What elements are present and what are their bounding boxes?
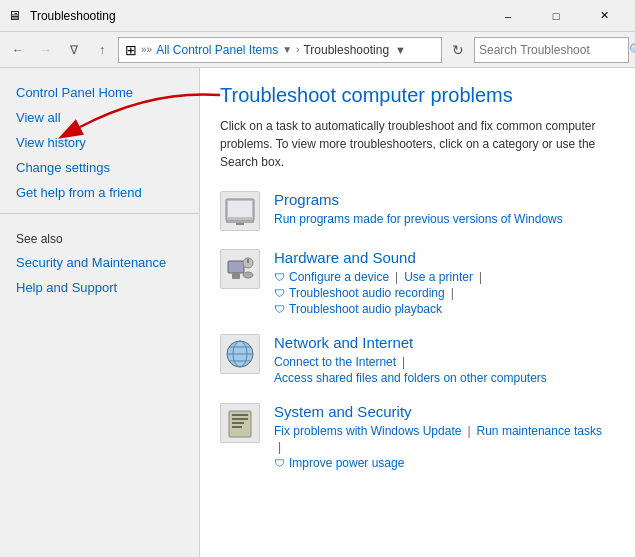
shield-icon-2: 🛡 (274, 287, 285, 299)
system-link-maintenance[interactable]: Run maintenance tasks (477, 424, 602, 438)
search-input[interactable] (479, 43, 629, 57)
breadcrumb-current: Troubleshooting (303, 43, 389, 57)
up-button[interactable]: ↑ (90, 38, 114, 62)
svg-rect-3 (236, 223, 244, 225)
category-network: Network and Internet Connect to the Inte… (220, 334, 615, 385)
shield-icon-3: 🛡 (274, 303, 285, 315)
svg-point-8 (243, 272, 253, 278)
breadcrumb-arrow: ▼ (282, 44, 292, 55)
maximize-button[interactable]: □ (533, 0, 579, 32)
programs-content: Programs Run programs made for previous … (274, 191, 615, 226)
main-container: Control Panel Home View all View history… (0, 68, 635, 557)
hardware-link-printer[interactable]: Use a printer (404, 270, 473, 284)
programs-icon (220, 191, 260, 231)
programs-svg-icon (224, 195, 256, 227)
hardware-svg-icon (224, 253, 256, 285)
hardware-link-audio-playback[interactable]: Troubleshoot audio playback (289, 302, 442, 316)
minimize-button[interactable]: – (485, 0, 531, 32)
shield-icon-1: 🛡 (274, 271, 285, 283)
network-links-1: Connect to the Internet | (274, 355, 615, 369)
hardware-title[interactable]: Hardware and Sound (274, 249, 615, 266)
category-system-security: System and Security Fix problems with Wi… (220, 403, 615, 470)
svg-rect-17 (232, 422, 244, 424)
titlebar: 🖥 Troubleshooting – □ ✕ (0, 0, 635, 32)
see-also-label: See also (0, 222, 199, 250)
system-title[interactable]: System and Security (274, 403, 615, 420)
svg-rect-7 (232, 273, 240, 279)
system-content: System and Security Fix problems with Wi… (274, 403, 615, 470)
network-links-2: Access shared files and folders on other… (274, 371, 615, 385)
sidebar-item-view-history[interactable]: View history (0, 130, 199, 155)
sidebar-item-help-support[interactable]: Help and Support (0, 275, 199, 300)
system-links-1: Fix problems with Windows Update | Run m… (274, 424, 615, 454)
programs-link-1[interactable]: Run programs made for previous versions … (274, 212, 563, 226)
close-button[interactable]: ✕ (581, 0, 627, 32)
programs-links: Run programs made for previous versions … (274, 212, 615, 226)
svg-rect-16 (232, 418, 248, 420)
sidebar-item-security-maintenance[interactable]: Security and Maintenance (0, 250, 199, 275)
hardware-links-2: 🛡 Troubleshoot audio recording | (274, 286, 615, 300)
search-box: 🔍 (474, 37, 629, 63)
breadcrumb-bar: ⊞ »» All Control Panel Items ▼ › Trouble… (118, 37, 442, 63)
network-title[interactable]: Network and Internet (274, 334, 615, 351)
separator-6: | (278, 440, 281, 454)
system-link-windows-update[interactable]: Fix problems with Windows Update (274, 424, 461, 438)
system-svg-icon (224, 407, 256, 439)
hardware-link-audio-recording[interactable]: Troubleshoot audio recording (289, 286, 445, 300)
network-svg-icon (224, 338, 256, 370)
programs-title[interactable]: Programs (274, 191, 615, 208)
hardware-links: 🛡 Configure a device | Use a printer | (274, 270, 615, 284)
content-description: Click on a task to automatically trouble… (220, 117, 615, 171)
svg-rect-1 (228, 201, 252, 217)
addressbar: ← → ∇ ↑ ⊞ »» All Control Panel Items ▼ ›… (0, 32, 635, 68)
hardware-icon (220, 249, 260, 289)
sidebar-item-change-settings[interactable]: Change settings (0, 155, 199, 180)
system-links-2: 🛡 Improve power usage (274, 456, 615, 470)
sidebar-item-control-panel-home[interactable]: Control Panel Home (0, 80, 199, 105)
shield-icon-4: 🛡 (274, 457, 285, 469)
network-link-files[interactable]: Access shared files and folders on other… (274, 371, 547, 385)
sidebar-divider (0, 213, 199, 214)
folders-icon: ⊞ (125, 42, 137, 58)
system-link-power[interactable]: Improve power usage (289, 456, 404, 470)
hardware-content: Hardware and Sound 🛡 Configure a device … (274, 249, 615, 316)
network-content: Network and Internet Connect to the Inte… (274, 334, 615, 385)
breadcrumb-all-control-panel[interactable]: All Control Panel Items (156, 43, 278, 57)
page-title: Troubleshoot computer problems (220, 84, 615, 107)
svg-rect-15 (232, 414, 248, 416)
breadcrumb-current-arrow: ▼ (395, 44, 406, 56)
network-link-connect[interactable]: Connect to the Internet (274, 355, 396, 369)
window-icon: 🖥 (8, 8, 24, 24)
forward-button[interactable]: → (34, 38, 58, 62)
separator-5: | (467, 424, 470, 438)
separator-3: | (451, 286, 454, 300)
hardware-links-3: 🛡 Troubleshoot audio playback (274, 302, 615, 316)
separator-2: | (479, 270, 482, 284)
network-icon (220, 334, 260, 374)
category-hardware-sound: Hardware and Sound 🛡 Configure a device … (220, 249, 615, 316)
svg-rect-18 (232, 426, 242, 428)
hardware-link-configure[interactable]: Configure a device (289, 270, 389, 284)
svg-rect-2 (226, 221, 254, 223)
breadcrumb-separator-2: › (296, 44, 299, 55)
content-area: Troubleshoot computer problems Click on … (200, 68, 635, 557)
sidebar-item-get-help[interactable]: Get help from a friend (0, 180, 199, 205)
refresh-button[interactable]: ↻ (446, 38, 470, 62)
breadcrumb-separator-1: »» (141, 44, 152, 55)
category-programs: Programs Run programs made for previous … (220, 191, 615, 231)
sidebar: Control Panel Home View all View history… (0, 68, 200, 557)
system-icon (220, 403, 260, 443)
search-icon: 🔍 (629, 43, 635, 57)
svg-rect-4 (228, 261, 244, 273)
separator-4: | (402, 355, 405, 369)
separator-1: | (395, 270, 398, 284)
sidebar-item-view-all[interactable]: View all (0, 105, 199, 130)
back-button[interactable]: ← (6, 38, 30, 62)
recent-button[interactable]: ∇ (62, 38, 86, 62)
window-title: Troubleshooting (30, 9, 485, 23)
titlebar-controls: – □ ✕ (485, 0, 627, 32)
